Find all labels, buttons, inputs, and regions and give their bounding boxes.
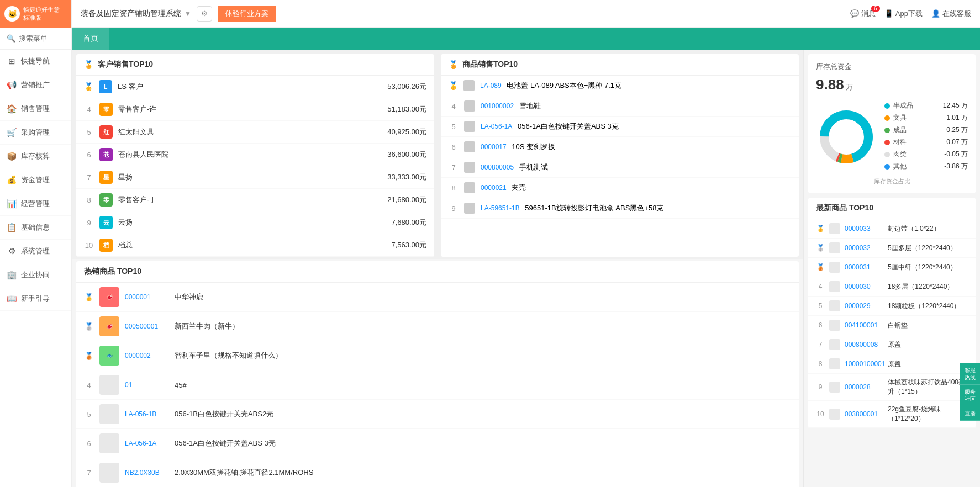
rank-number: 10 [816,410,825,418]
rank-number: 7 [84,469,94,477]
avatar: 零 [99,193,113,207]
list-item: 8 10000100001 原盖 [808,354,976,374]
product-code: NB2.0X30B [125,469,169,477]
product-name: 5厘多层（1220*2440） [888,244,968,253]
list-item: 🥈 0000032 5厘多层（1220*2440） [808,239,976,258]
main-area: 装备及固定资产辅助管理系统 ▼ ⚙ 体验行业方案 💬 消息 6 📱 App下载 … [72,0,980,487]
sidebar-item-purchase[interactable]: 🛒 采购管理 [0,121,71,145]
sales-icon: 🏠 [7,104,17,114]
live-stream-button[interactable]: 直播 [960,406,980,421]
legend-value: 1.01 万 [946,113,968,123]
sidebar-item-label: 新手引导 [21,294,50,304]
medal-icon: 🏅 [84,60,93,69]
rank-number: 5 [84,128,94,136]
system-icon: ⚙ [7,246,17,256]
table-row: 5 红 红太阳文具 40,925.00元 [76,121,434,144]
product-sales-header: 🏅 商品销售TOP10 [441,54,799,76]
customer-service-button[interactable]: 👤 在线客服 [931,9,971,19]
product-thumb: 🥩 [99,316,119,336]
sidebar-item-finance[interactable]: 💰 资金管理 [0,168,71,192]
product-name: 056-1A白色按键开关盖ABS 3克 [518,122,619,130]
service-community-button[interactable]: 服务社区 [960,385,980,406]
legend-value: -0.05 万 [944,150,968,159]
sidebar-item-basic-info[interactable]: 📋 基础信息 [0,216,71,240]
product-name: 10S 变刹罗扳 [512,142,555,151]
table-row: 6 苍 苍南县人民医院 36,600.00元 [76,144,434,166]
donut-chart [816,107,877,169]
rank-number: 4 [84,105,94,114]
settings-button[interactable]: ⚙ [197,6,212,22]
customer-service-hotline-button[interactable]: 客服热线 [960,363,980,385]
product-name: 原盖 [888,359,968,369]
trial-button[interactable]: 体验行业方案 [218,6,276,22]
product-sales-top10-card: 🏅 商品销售TOP10 🥇 LA-089 电池盖 LA-089 ABS本色+黑种… [441,54,799,257]
sidebar-item-quick-nav[interactable]: ⊞ 快捷导航 [0,50,71,73]
basic-info-icon: 📋 [7,223,17,232]
rank-number: 5 [84,410,94,419]
customer-top10-header: 🏅 客户销售TOP10 [76,54,434,76]
product-code: 000500001 [125,322,169,330]
table-row: 7 NB2.0X30B 2.0X30MM双搓花轴,搓花直径2.1MM/ROHS [76,458,799,487]
rank-number: 7 [84,173,94,182]
product-sales-title: 商品销售TOP10 [462,60,518,70]
main-content: 🏅 客户销售TOP10 🥇 L LS 客户 53,006.26元 4 [72,50,803,487]
product-thumb [464,162,475,173]
avatar: L [99,80,112,93]
sidebar-item-label: 系统管理 [21,246,50,256]
rank-number: 🥇 [84,293,94,301]
inventory-card: 库存总资金 9.88 万 [808,54,976,193]
rank-medal: 🥇 [449,81,458,90]
sidebar-item-label: 企业协同 [21,270,50,280]
rank-number: 8 [449,184,459,192]
sidebar-item-inventory[interactable]: 📦 库存核算 [0,145,71,168]
rank-number: 6 [84,440,94,448]
product-code: 0000032 [845,244,883,252]
table-row: 🥈 🥩 000500001 新西兰牛肉（新牛） [76,312,799,341]
product-code: 0000033 [845,225,883,232]
app-download-button[interactable]: 📱 App下载 [884,9,923,19]
sidebar-item-label: 采购管理 [21,128,50,137]
tab-home[interactable]: 首页 [72,28,109,50]
product-thumb [464,203,475,214]
product-code: 0000017 [481,143,507,151]
table-row: 🥇 LA-089 电池盖 LA-089 ABS本色+黑种 7.1克 [441,76,799,96]
avatar: 云 [99,216,113,229]
avatar: 零 [99,103,113,116]
table-row: 7 000800005 手机测试 [441,157,799,178]
customer-name: 红太阳文具 [118,127,382,137]
hot-products-list: 🥇 🥩 0000001 中华神鹿 🥈 🥩 000500001 新西兰牛肉（新牛）… [76,283,799,487]
product-code: 0000029 [845,302,883,310]
messages-button[interactable]: 💬 消息 6 [850,9,876,19]
list-item: 4 0000030 18多层（1220*2440） [808,277,976,297]
system-selector[interactable]: 装备及固定资产辅助管理系统 ▼ [81,9,191,19]
table-row: 4 01 45# [76,370,799,400]
product-code: 004100001 [845,321,883,329]
product-name: 夹壳 [512,183,526,192]
table-row: 6 LA-056-1A 056-1A白色按键开关盖ABS 3壳 [76,429,799,458]
inventory-sections-label: 库存资金占比 [816,177,968,186]
newest-products-card: 最新商品 TOP10 🥇 0000033 封边带（1.0*22） 🥈 00000… [808,198,976,428]
product-name: 中华神鹿 [175,292,791,302]
sidebar-item-sales[interactable]: 🏠 销售管理 [0,97,71,121]
product-code: 10000100001 [845,360,883,368]
product-thumb [829,358,840,369]
sidebar-item-label: 资金管理 [21,175,50,185]
customer-amount: 40,925.00元 [387,127,426,137]
sidebar: 🐱 畅捷通好生意 标准版 🔍 搜索菜单 ⊞ 快捷导航 📢 营销推广 🏠 销售管理… [0,0,72,487]
sidebar-item-marketing[interactable]: 📢 营销推广 [0,73,71,97]
quick-nav-icon: ⊞ [7,56,17,66]
list-item: 5 0000029 18颗粒板（1220*2440） [808,297,976,316]
legend-label: 半成品 [893,101,940,110]
product-thumb [99,375,119,395]
product-code: 0000021 [481,184,507,192]
rank-number: 🥉 [84,352,94,360]
product-name: 白钢垫 [888,321,968,330]
customer-name: 星扬 [118,172,382,182]
sidebar-item-enterprise[interactable]: 🏢 企业协同 [0,263,71,287]
table-row: 9 云 云扬 7,680.00元 [76,211,434,234]
sidebar-item-guide[interactable]: 📖 新手引导 [0,287,71,311]
search-menu[interactable]: 🔍 搜索菜单 [0,28,71,50]
sidebar-item-operations[interactable]: 📊 经营管理 [0,192,71,216]
sidebar-item-system[interactable]: ⚙ 系统管理 [0,240,71,263]
product-name: 封边带（1.0*22） [888,224,968,234]
